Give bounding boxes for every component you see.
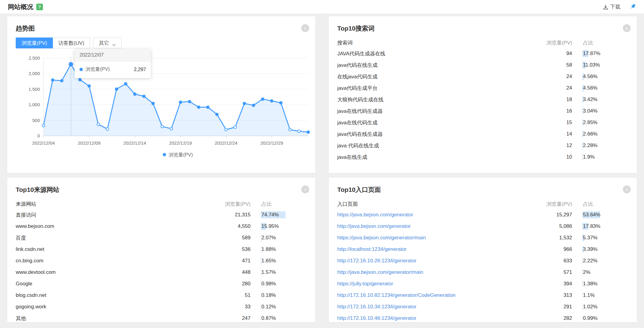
entry-page-link[interactable]: http://172.16.10.46:1234/generator — [337, 315, 416, 321]
col-search-word: 搜索词 — [337, 39, 539, 46]
row-name: http://172.16.10.82:1234/generator/CodeG… — [337, 292, 539, 298]
data-point[interactable] — [106, 128, 109, 130]
entry-page-link[interactable]: http://172.16.10.82:1234/generator/CodeG… — [337, 292, 455, 298]
data-point[interactable] — [143, 95, 145, 98]
pct-text: 3.39% — [583, 246, 597, 252]
pct-text: 0.87% — [261, 315, 276, 321]
download-button[interactable]: 下载 — [603, 3, 620, 10]
data-point[interactable] — [69, 62, 73, 66]
tooltip-series-label: 浏览量(PV) — [86, 66, 110, 73]
row-pv: 282 — [539, 315, 572, 321]
table-row: www.devtool.com4481.57% — [16, 267, 307, 278]
data-point[interactable] — [270, 100, 273, 102]
data-point[interactable] — [280, 101, 282, 104]
table-row: java在线代码生成器163.04% — [337, 105, 628, 117]
tab-other-dropdown[interactable]: 其它 — [93, 38, 121, 48]
data-point[interactable] — [115, 88, 118, 90]
entry-page-link[interactable]: https://java.bejson.com/generator — [337, 212, 413, 218]
tab-uv[interactable]: 访客数(UV) — [53, 38, 90, 48]
data-point[interactable] — [179, 101, 182, 103]
pin-icon[interactable] — [629, 3, 636, 11]
row-name: blog.csdn.net — [16, 292, 217, 298]
entry-page-link[interactable]: https://java.bejson.com/generator/main — [337, 235, 426, 241]
data-point[interactable] — [170, 127, 173, 130]
data-point[interactable] — [206, 106, 209, 109]
data-point[interactable] — [97, 123, 100, 126]
legend-label[interactable]: 浏览量(PV) — [169, 152, 193, 157]
row-pct: 4.56% — [583, 85, 628, 91]
data-point[interactable] — [42, 124, 45, 127]
pct-bar — [261, 280, 261, 287]
trend-panel-expand-button chevron-right-icon[interactable]: › — [301, 24, 309, 32]
data-point[interactable] — [152, 102, 154, 105]
data-point[interactable] — [79, 78, 81, 81]
entry-panel-expand-button chevron-right-icon[interactable]: › — [623, 185, 631, 193]
entry-page-link[interactable]: http://java.bejson.com/generator — [337, 223, 411, 229]
entry-page-link[interactable]: https://jully.top/generator — [337, 281, 393, 287]
data-point[interactable] — [161, 125, 163, 128]
data-point[interactable] — [134, 93, 136, 96]
col-pct: 占比 — [583, 39, 628, 46]
data-point[interactable] — [88, 85, 91, 87]
data-point[interactable] — [197, 106, 200, 109]
entry-page-link[interactable]: http://localhost:1234/generator — [337, 246, 407, 252]
col-referrer: 来源网站 — [16, 201, 217, 208]
data-point[interactable] — [243, 102, 246, 105]
help-icon[interactable]: ? — [36, 4, 43, 10]
data-point[interactable] — [261, 98, 264, 100]
download-icon — [603, 4, 608, 10]
trend-metric-tabs: 浏览量(PV) 访客数(UV) 其它 — [7, 38, 315, 48]
table-row: 大狼狗代码生成在线183.42% — [337, 94, 628, 105]
row-pct: 2.85% — [583, 120, 628, 126]
series-dot-icon — [79, 68, 83, 71]
row-name: 在线java代码生成 — [337, 73, 539, 80]
row-pv: 18 — [539, 97, 572, 103]
data-point[interactable] — [234, 126, 237, 129]
pct-text: 15.95% — [261, 223, 279, 229]
data-point[interactable] — [307, 131, 310, 133]
entry-table-header: 入口页面 浏览量(PV) 占比 — [337, 199, 628, 209]
col-entry-page: 入口页面 — [337, 201, 539, 208]
data-point[interactable] — [60, 79, 63, 82]
table-row: 其他2470.87% — [16, 313, 307, 324]
data-point[interactable] — [215, 113, 218, 116]
data-point[interactable] — [252, 104, 255, 107]
row-name: http://localhost:1234/generator — [337, 246, 539, 252]
row-pct: 1.02% — [583, 304, 628, 310]
table-row: http://172.16.10.82:1234/generator/CodeG… — [337, 290, 628, 301]
entry-table-body: https://java.bejson.com/generator15,2975… — [337, 209, 628, 324]
referrer-panel: Top10来源网站 › 来源网站 浏览量(PV) 占比 直接访问21,31574… — [7, 178, 315, 322]
search-panel-expand-button chevron-right-icon[interactable]: › — [623, 24, 631, 32]
data-point[interactable] — [225, 128, 228, 131]
col-pv: 浏览量(PV) — [539, 39, 572, 46]
row-pv: 24 — [539, 74, 572, 80]
row-pct: 4.56% — [583, 74, 628, 80]
row-pct: 2.07% — [261, 235, 307, 241]
row-name: java代码生成平台 — [337, 85, 539, 92]
pct-text: 3.04% — [583, 108, 597, 114]
row-pv: 536 — [217, 246, 251, 252]
pct-text: 0.12% — [261, 304, 276, 310]
data-point[interactable] — [188, 100, 191, 103]
entry-page-link[interactable]: http://172.16.10.34:1234/generator — [337, 304, 416, 310]
search-panel-title: Top10搜索词 — [337, 24, 374, 33]
y-axis-label: 2,000 — [28, 71, 40, 76]
entry-page-link[interactable]: http://java.bejson.com/generator/main — [337, 269, 423, 275]
row-name: www.devtool.com — [16, 269, 217, 275]
row-pct: 1.9% — [583, 154, 628, 160]
tab-pv[interactable]: 浏览量(PV) — [16, 38, 53, 48]
data-point[interactable] — [289, 128, 291, 131]
entry-page-link[interactable]: http://172.16.10.26:1234/generator — [337, 258, 416, 264]
data-point[interactable] — [298, 130, 300, 133]
legend-dot-icon[interactable] — [163, 153, 166, 156]
referrer-panel-expand-button chevron-right-icon[interactable]: › — [301, 185, 309, 193]
data-point[interactable] — [51, 79, 54, 81]
data-point[interactable] — [124, 83, 127, 85]
row-pct: 3.39% — [583, 246, 628, 252]
row-name: http://172.16.10.26:1234/generator — [337, 258, 539, 264]
pct-text: 1.57% — [261, 269, 276, 275]
trend-line-chart[interactable]: 05001,0001,5002,0002,5002022/12/042022/1… — [7, 53, 314, 159]
row-name: cn.bing.com — [16, 258, 217, 264]
row-name: Google — [16, 281, 217, 287]
table-row: http://172.16.10.46:1234/generator2820.9… — [337, 313, 628, 324]
